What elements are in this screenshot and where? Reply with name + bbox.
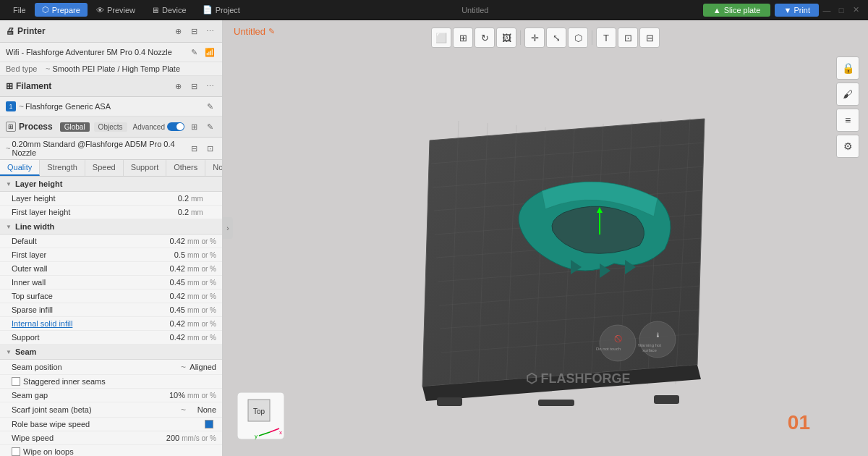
printer-add-icon[interactable]: ⊕ [171, 25, 184, 38]
tab-notes[interactable]: Notes [205, 160, 223, 176]
printer-icon: 🖨 [6, 26, 14, 36]
tab-strength[interactable]: Strength [40, 160, 85, 176]
advanced-toggle: Advanced [133, 120, 184, 133]
orient-btn[interactable]: ⊡ [618, 28, 638, 48]
tab-objects[interactable]: Objects [94, 122, 127, 132]
top-surface-row[interactable]: Top surface 0.42 mm or % [0, 290, 222, 303]
advanced-toggle-switch[interactable] [167, 122, 184, 131]
process-more-icon[interactable]: ✎ [203, 120, 216, 133]
viewport-right-tools: 🔒 🖌 ≡ ⚙ [836, 56, 859, 158]
close-button[interactable]: ✕ [849, 4, 862, 17]
rotate-btn[interactable]: ↻ [475, 28, 495, 48]
viewport[interactable]: ⬜ ⊞ ↻ 🖼 ✛ ⤡ ⬡ T ⊡ ⊟ Untitled ✎ [223, 20, 868, 456]
scale-btn[interactable]: ⤡ [546, 28, 566, 48]
first-layer-height-value: 0.2 [160, 208, 189, 216]
filament-section-header: ⊞ Filament ⊕ ⊟ ⋯ [0, 76, 222, 97]
printer-more-icon[interactable]: ⋯ [203, 25, 216, 38]
outer-wall-label: Outer wall [12, 264, 156, 273]
layer-height-group[interactable]: Layer height [0, 177, 222, 192]
internal-solid-infill-row[interactable]: Internal solid infill 0.42 mm or % [0, 317, 222, 331]
file-label: File [13, 6, 26, 14]
arrange-btn[interactable]: ⊟ [639, 28, 660, 48]
select-tool-btn[interactable]: ⬜ [431, 28, 451, 48]
tab-global[interactable]: Global [60, 122, 90, 132]
project-label: Project [216, 6, 240, 14]
print-button[interactable]: ▼ Print [775, 4, 819, 17]
device-tab[interactable]: 🖥 Device [144, 4, 194, 17]
support-row[interactable]: Support 0.42 mm or % [0, 331, 222, 345]
minimize-button[interactable]: — [820, 4, 833, 17]
wipe-on-loops-checkbox[interactable] [12, 447, 20, 456]
settings-list: Layer height Layer height 0.2 mm First l… [0, 177, 222, 456]
profile-compare-icon[interactable]: ⊟ [187, 142, 200, 155]
panel-toggle-chevron[interactable]: › [223, 217, 233, 239]
wipe-on-loops-row[interactable]: Wipe on loops [0, 445, 222, 456]
move-btn[interactable]: ✛ [524, 28, 545, 48]
slice-plate-button[interactable]: ▲ Slice plate [703, 4, 771, 17]
3d-bed-container[interactable]: 🚫 🌡 Do not touch Warning hot surface ⬡ F… [393, 83, 726, 415]
staggered-seams-checkbox[interactable] [12, 377, 20, 386]
support-btn[interactable]: T [596, 28, 616, 48]
filament-more-icon[interactable]: ⋯ [203, 80, 216, 93]
prepare-tab[interactable]: ⬡ Prepare [35, 3, 88, 17]
profile-edit-icon[interactable]: ⊡ [203, 142, 216, 155]
wipe-speed-row[interactable]: Wipe speed 200 mm/s or % [0, 431, 222, 445]
printer-wifi-name: Wifi - Flashforge Adventurer 5M Pro 0.4 … [6, 48, 172, 56]
seam-group[interactable]: Seam [0, 345, 222, 360]
first-layer-value: 0.5 [156, 250, 185, 259]
tab-others[interactable]: Others [166, 160, 205, 176]
staggered-seams-row[interactable]: Staggered inner seams [0, 375, 222, 389]
role-base-wipe-checkbox[interactable] [205, 420, 213, 428]
tab-speed[interactable]: Speed [85, 160, 124, 176]
advanced-label: Advanced [133, 123, 165, 131]
filament-edit-icon[interactable]: ✎ [203, 100, 216, 113]
layer-height-group-label: Layer height [15, 180, 62, 188]
lock-icon[interactable]: 🔒 [836, 56, 859, 80]
project-tab[interactable]: 📄 Project [195, 3, 247, 17]
svg-text:🌡: 🌡 [655, 332, 661, 339]
svg-text:Warning hot: Warning hot [638, 343, 661, 347]
printer-section-header: 🖨 Printer ⊕ ⊟ ⋯ [0, 20, 222, 43]
tab-quality[interactable]: Quality [0, 160, 40, 176]
image-btn[interactable]: 🖼 [496, 28, 516, 48]
line-width-group[interactable]: Line width [0, 219, 222, 235]
print-label: Print [793, 6, 810, 14]
seam-position-value: Aligned [187, 363, 216, 371]
bed-number-label: 01 [788, 411, 810, 434]
filament-remove-icon[interactable]: ⊟ [187, 80, 200, 93]
layers-icon[interactable]: ≡ [836, 109, 859, 132]
settings2-icon[interactable]: ⚙ [836, 135, 859, 158]
prepare-label: Prepare [52, 6, 80, 14]
bed-tilde: ~ [46, 64, 50, 73]
filament-section-title: ⊞ Filament [6, 81, 51, 91]
process-settings-icon[interactable]: ⊞ [187, 120, 200, 133]
outer-wall-row[interactable]: Outer wall 0.42 mm or % [0, 262, 222, 276]
maximize-button[interactable]: □ [835, 4, 848, 17]
prepare-icon: ⬡ [42, 5, 49, 14]
first-layer-row[interactable]: First layer 0.5 mm or % [0, 248, 222, 262]
scarf-joint-row[interactable]: Scarf joint seam (beta) ~ None [0, 402, 222, 418]
file-menu[interactable]: File [6, 4, 33, 17]
tab-support[interactable]: Support [124, 160, 167, 176]
seam-position-row[interactable]: Seam position ~ Aligned [0, 360, 222, 375]
layer-height-row[interactable]: Layer height 0.2 mm [0, 192, 222, 206]
mirror-btn[interactable]: ⬡ [568, 28, 588, 48]
role-base-wipe-row[interactable]: Role base wipe speed [0, 418, 222, 431]
printer-settings-icon[interactable]: ⊟ [187, 25, 200, 38]
left-panel: 🖨 Printer ⊕ ⊟ ⋯ Wifi - Flashforge Advent… [0, 20, 223, 456]
svg-text:x: x [279, 429, 282, 436]
paint-icon[interactable]: 🖌 [836, 83, 859, 106]
printer-wifi-icon[interactable]: 📶 [203, 46, 216, 59]
seam-gap-row[interactable]: Seam gap 10% mm or % [0, 389, 222, 402]
inner-wall-row[interactable]: Inner wall 0.45 mm or % [0, 276, 222, 290]
first-layer-height-row[interactable]: First layer height 0.2 mm [0, 206, 222, 219]
sparse-infill-row[interactable]: Sparse infill 0.45 mm or % [0, 303, 222, 317]
default-row[interactable]: Default 0.42 mm or % [0, 235, 222, 248]
scarf-joint-value: None [187, 405, 216, 414]
printer-edit-icon[interactable]: ✎ [187, 46, 200, 59]
filament-add-icon[interactable]: ⊕ [171, 80, 184, 93]
seam-group-label: Seam [15, 347, 36, 356]
grid-view-btn[interactable]: ⊞ [453, 28, 473, 48]
preview-tab[interactable]: 👁 Preview [89, 4, 142, 17]
process-section-header: ⊞ Process Global Objects Advanced ⊞ ✎ [0, 117, 222, 138]
